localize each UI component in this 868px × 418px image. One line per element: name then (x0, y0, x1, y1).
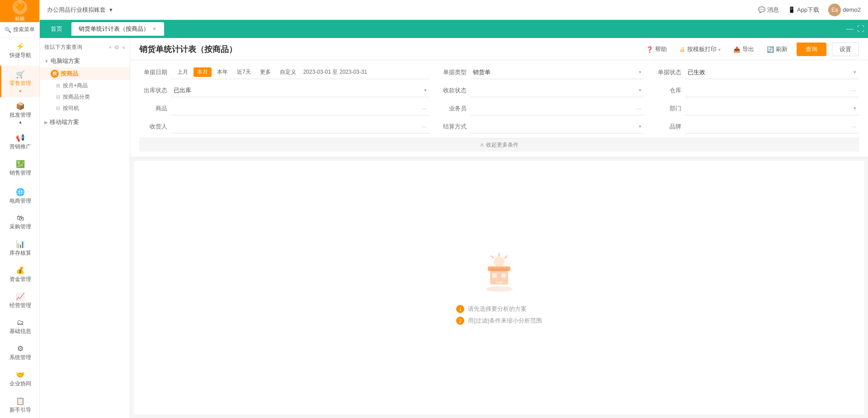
header-app-download[interactable]: 📱 App下载 (788, 6, 819, 14)
tip-num-1: 1 (456, 305, 464, 313)
refresh-button[interactable]: 🔄 刷新 (763, 43, 791, 55)
settlement-value[interactable]: ▾ (470, 120, 644, 133)
date-btn-7days[interactable]: 近7天 (233, 67, 255, 77)
filter-row-2: 出库状态 已出库 ▾ 收款状态 ▾ 仓库 ··· (139, 84, 859, 97)
add-scheme-button[interactable]: + (108, 44, 112, 51)
settings-scheme-button[interactable]: ⚙ (114, 44, 119, 51)
date-btn-this-month[interactable]: 本月 (193, 67, 212, 77)
filter-area: 单据日期 上月 本月 本年 近7天 更多 自定义 2023-03-01 至 20… (130, 60, 868, 157)
goods-value[interactable]: ··· (171, 102, 429, 115)
settlement-label: 结算方式 (439, 123, 470, 131)
marketing-icon: 📢 (16, 133, 25, 142)
payment-status-value[interactable]: ▾ (470, 84, 644, 97)
sidebar-item-base[interactable]: 🗂 基础信息 (0, 314, 39, 340)
receiver-value[interactable]: ··· (171, 120, 429, 133)
left-panel-header: 按以下方案查询 + ⚙ « (40, 42, 130, 55)
order-type-label: 单据类型 (439, 68, 470, 76)
sidebar-item-wholesale[interactable]: 📦 批发管理 ▲ (0, 97, 39, 129)
sidebar-item-inventory[interactable]: 📊 库存核算 (0, 235, 39, 261)
tree-section-pc: ▼ 电脑端方案 按 按商品 ⊞ 按月+商品 ⊟ 按商品分类 ⊟ 按司机 (40, 55, 130, 114)
tab-home[interactable]: 首页 (43, 22, 70, 36)
tree-subchild-driver[interactable]: ⊟ 按司机 (40, 103, 130, 114)
collapse-label: ∧ 收起更多条件 (480, 142, 518, 148)
help-button[interactable]: ❓ 帮助 (642, 43, 670, 55)
svg-rect-4 (501, 273, 506, 278)
goods-more-icon[interactable]: ··· (422, 105, 427, 112)
receiver-more-icon[interactable]: ··· (422, 123, 427, 130)
ecommerce-label: 电商管理 (9, 197, 31, 205)
page-title: 销货单统计计表（按商品） (139, 44, 237, 55)
operation-icon: 📈 (16, 292, 25, 301)
warehouse-value[interactable]: ··· (685, 84, 859, 97)
brand-more-icon[interactable]: ··· (851, 123, 856, 130)
salesperson-value[interactable]: ··· (470, 102, 644, 115)
date-filter-label: 单据日期 (139, 68, 171, 76)
sidebar-item-guide[interactable]: 📋 新手引导 (0, 392, 39, 418)
query-button[interactable]: 查询 (797, 43, 826, 56)
print-dropdown-icon: ▾ (718, 47, 721, 52)
sidebar-item-retail[interactable]: 🛒 零售管理 ▲ (0, 66, 39, 97)
payment-status-label: 收款状态 (439, 86, 470, 95)
date-btn-this-year[interactable]: 本年 (213, 67, 231, 77)
header-dropdown-arrow[interactable]: ▾ (109, 6, 113, 13)
main-area: 办公用品行业模拟账套 ▾ 💬 消息 📱 App下载 Ea demo2 首页 (40, 0, 868, 418)
date-btn-last-month[interactable]: 上月 (174, 67, 192, 77)
sidebar-logo[interactable]: 🧡 标账 (0, 0, 40, 22)
tab-maximize-button[interactable]: ⛶ (857, 25, 864, 33)
tree-subchild-category[interactable]: ⊟ 按商品分类 (40, 91, 130, 103)
delivery-status-text: 已出库 (174, 86, 191, 95)
date-btn-more[interactable]: 更多 (256, 67, 274, 77)
sidebar-item-system[interactable]: ⚙ 系统管理 (0, 340, 39, 366)
date-btn-custom[interactable]: 自定义 (276, 67, 300, 77)
tree-parent-mobile-label: 移动端方案 (50, 118, 79, 126)
goods-label: 商品 (139, 104, 171, 113)
tab-close-button[interactable]: × (152, 26, 157, 32)
sidebar-item-purchase[interactable]: 🛍 采购管理 (0, 209, 39, 235)
base-icon: 🗂 (17, 318, 24, 327)
department-value[interactable]: ▾ (685, 102, 859, 115)
sidebar-item-sales[interactable]: 💹 销售管理 (0, 155, 39, 181)
tree-child-by-goods[interactable]: 按 按商品 (40, 67, 130, 80)
tree-subchild-month-goods[interactable]: ⊞ 按月+商品 (40, 80, 130, 91)
tree-parent-pc[interactable]: ▼ 电脑端方案 (40, 55, 130, 67)
empty-tip-2: 2 用[过滤]条件来缩小分析范围 (456, 317, 542, 325)
message-icon: 💬 (758, 6, 765, 13)
sidebar-item-finance[interactable]: 💰 资金管理 (0, 261, 39, 288)
export-button[interactable]: 📤 导出 (730, 43, 758, 55)
filter-row-3: 商品 ··· 业务员 ··· 部门 ▾ (139, 102, 859, 115)
tab-bar-right: — ⛶ (846, 25, 864, 33)
header-user[interactable]: Ea demo2 (828, 4, 861, 16)
order-status-value[interactable]: 已生效 ▾ (685, 66, 859, 79)
warehouse-more-icon[interactable]: ··· (851, 87, 856, 94)
date-filter-value: 上月 本月 本年 近7天 更多 自定义 2023-03-01 至 2023-03… (171, 66, 429, 79)
guide-icon: 📋 (16, 397, 25, 405)
tab-minimize-button[interactable]: — (846, 25, 854, 33)
collapse-panel-button[interactable]: « (122, 44, 125, 51)
sidebar-item-quick-nav[interactable]: ⚡ 快捷导航 (0, 38, 39, 64)
brand-value[interactable]: ··· (685, 120, 859, 133)
retail-label: 零售管理 (9, 80, 31, 87)
settings-button[interactable]: 设置 (832, 43, 859, 56)
order-type-value[interactable]: 销货单 ▾ (470, 66, 644, 79)
tree-parent-mobile[interactable]: ▶ 移动端方案 (40, 116, 130, 128)
empty-tip-1: 1 请先选择要分析的方案 (456, 305, 542, 313)
salesperson-more-icon[interactable]: ··· (637, 105, 642, 112)
tab-sales-stats[interactable]: 销货单统计计表（按商品） × (71, 22, 164, 36)
retail-icon: 🛒 (16, 70, 25, 79)
settlement-dropdown-icon: ▾ (639, 124, 642, 129)
quick-nav-icon: ⚡ (16, 42, 25, 51)
sidebar-search[interactable]: 🔍 搜索菜单 (0, 22, 39, 38)
header-title: 办公用品行业模拟账套 (47, 6, 106, 14)
header-message[interactable]: 💬 消息 (758, 6, 779, 14)
sidebar-item-marketing[interactable]: 📢 营销推广 (0, 129, 39, 155)
date-filter-options: 上月 本月 本年 近7天 更多 自定义 2023-03-01 至 2023-03… (174, 67, 367, 77)
sidebar-item-cooperation[interactable]: 🤝 企业协同 (0, 366, 39, 392)
chevron-right-icon: ▶ (44, 120, 48, 125)
print-button[interactable]: 🖨 按模板打印 ▾ (676, 43, 724, 55)
delivery-status-value[interactable]: 已出库 ▾ (171, 84, 429, 97)
sidebar-item-ecommerce[interactable]: 🌐 电商管理 (0, 183, 39, 209)
top-header: 办公用品行业模拟账套 ▾ 💬 消息 📱 App下载 Ea demo2 (40, 0, 868, 20)
sidebar-item-operation[interactable]: 📈 经营管理 (0, 288, 39, 314)
finance-icon: 💰 (16, 266, 25, 275)
collapse-bar[interactable]: ∧ 收起更多条件 (139, 138, 859, 152)
